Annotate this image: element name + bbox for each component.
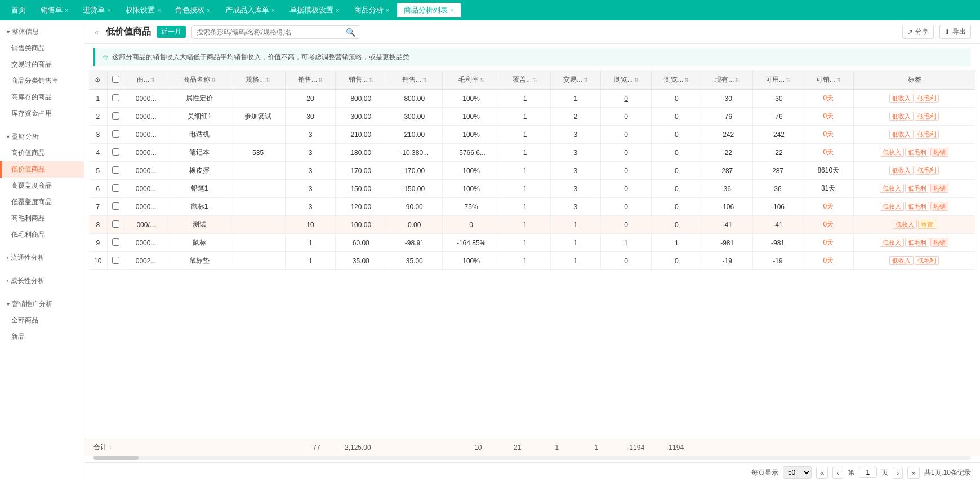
sidebar-item-low-value[interactable]: 低价值商品 bbox=[0, 161, 84, 178]
cell-browse1[interactable]: 0 bbox=[601, 144, 652, 162]
nav-close-template[interactable]: × bbox=[336, 7, 339, 14]
nav-close-purchase[interactable]: × bbox=[107, 7, 110, 14]
nav-item-roles[interactable]: 角色授权 × bbox=[168, 3, 217, 17]
cell-browse1[interactable]: 0 bbox=[601, 198, 652, 216]
search-icon[interactable]: 🔍 bbox=[346, 28, 355, 37]
row-checkbox[interactable] bbox=[112, 94, 119, 101]
cell-check[interactable] bbox=[107, 234, 124, 252]
nav-item-purchase[interactable]: 进货单 × bbox=[76, 3, 117, 17]
col-stock2[interactable]: 可用...⇅ bbox=[752, 70, 803, 90]
col-tags[interactable]: 标签 bbox=[854, 70, 975, 90]
sidebar-item-low-coverage[interactable]: 低覆盖度商品 bbox=[0, 194, 84, 210]
row-checkbox[interactable] bbox=[112, 184, 119, 192]
sidebar-item-traded[interactable]: 交易过的商品 bbox=[0, 56, 84, 73]
next-page-btn[interactable]: › bbox=[893, 467, 903, 479]
nav-item-sales[interactable]: 销售单 × bbox=[34, 3, 75, 17]
sidebar-item-sales-products[interactable]: 销售类商品 bbox=[0, 40, 84, 56]
col-no[interactable]: 商...⇅ bbox=[124, 70, 168, 90]
row-checkbox[interactable] bbox=[112, 220, 119, 228]
sidebar-item-all-products[interactable]: 全部商品 bbox=[0, 312, 84, 329]
export-button[interactable]: ⬇ 导出 bbox=[939, 25, 971, 39]
row-checkbox[interactable] bbox=[112, 166, 119, 174]
row-checkbox[interactable] bbox=[112, 130, 119, 138]
cell-browse1[interactable]: 0 bbox=[601, 126, 652, 144]
sidebar-item-low-margin[interactable]: 低毛利商品 bbox=[0, 227, 84, 243]
cell-check[interactable] bbox=[107, 126, 124, 144]
sidebar-group-flow[interactable]: ›流通性分析 bbox=[0, 250, 84, 266]
col-qty[interactable]: 销售...⇅ bbox=[285, 70, 336, 90]
sidebar-collapse-btn[interactable]: « bbox=[93, 26, 100, 38]
cell-check[interactable] bbox=[107, 144, 124, 162]
cell-browse1[interactable]: 0 bbox=[601, 180, 652, 198]
sidebar-item-high-margin[interactable]: 高毛利商品 bbox=[0, 210, 84, 227]
cell-check[interactable] bbox=[107, 198, 124, 216]
row-checkbox[interactable] bbox=[112, 112, 119, 120]
row-checkbox[interactable] bbox=[112, 202, 119, 210]
cell-check[interactable] bbox=[107, 180, 124, 198]
page-size-select[interactable]: 50 100 200 bbox=[783, 466, 812, 479]
cell-browse1[interactable]: 1 bbox=[601, 234, 652, 252]
row-checkbox[interactable] bbox=[112, 257, 119, 264]
sidebar-item-high-value[interactable]: 高价值商品 bbox=[0, 145, 84, 161]
nav-close-sales[interactable]: × bbox=[65, 7, 68, 14]
nav-item-template[interactable]: 单据模板设置 × bbox=[283, 3, 346, 17]
nav-close-permissions[interactable]: × bbox=[157, 7, 161, 14]
current-page-input[interactable] bbox=[859, 467, 877, 478]
nav-item-permissions[interactable]: 权限设置 × bbox=[119, 3, 167, 17]
cell-browse1[interactable]: 0 bbox=[601, 162, 652, 180]
last-page-btn[interactable]: » bbox=[907, 467, 919, 479]
cell-browse1[interactable]: 0 bbox=[601, 216, 652, 234]
search-input[interactable] bbox=[197, 28, 342, 36]
row-checkbox[interactable] bbox=[112, 148, 119, 156]
prev-page-btn[interactable]: ‹ bbox=[832, 467, 843, 479]
col-cover[interactable]: 覆盖...⇅ bbox=[500, 70, 550, 90]
sidebar-item-high-stock[interactable]: 高库存的商品 bbox=[0, 89, 84, 105]
col-sales1[interactable]: 销售...⇅ bbox=[336, 70, 386, 90]
cell-check[interactable] bbox=[107, 90, 124, 108]
sidebar-item-new-products[interactable]: 新品 bbox=[0, 329, 84, 345]
first-page-btn[interactable]: « bbox=[816, 467, 828, 479]
sidebar-group-marketing[interactable]: ▾营销推广分析 bbox=[0, 296, 84, 312]
horizontal-scrollbar[interactable] bbox=[93, 456, 971, 460]
nav-close-analysis[interactable]: × bbox=[386, 7, 389, 14]
table-container[interactable]: ⚙ 商...⇅ 商品名称⇅ 规格...⇅ 销售...⇅ 销售...⇅ 销售...… bbox=[84, 70, 980, 439]
col-days[interactable]: 可销...⇅ bbox=[803, 70, 854, 90]
col-browse2[interactable]: 浏览...⇅ bbox=[652, 70, 702, 90]
row-checkbox[interactable] bbox=[112, 238, 119, 246]
nav-close-roles[interactable]: × bbox=[207, 7, 210, 14]
nav-item-analysis[interactable]: 商品分析 × bbox=[348, 3, 396, 17]
sidebar-group-overall[interactable]: ▾整体信息 bbox=[0, 24, 84, 40]
cell-check[interactable] bbox=[107, 162, 124, 180]
col-browse1[interactable]: 浏览...⇅ bbox=[601, 70, 652, 90]
nav-item-analysis-list[interactable]: 商品分析列表 × bbox=[397, 3, 460, 17]
col-sales2[interactable]: 销售...⇅ bbox=[386, 70, 443, 90]
col-stock1[interactable]: 现有...⇅ bbox=[702, 70, 752, 90]
cell-spec bbox=[231, 198, 285, 216]
sidebar-group-finance[interactable]: ▾盈财分析 bbox=[0, 129, 84, 145]
cell-cover: 1 bbox=[500, 252, 550, 270]
cell-browse1[interactable]: 0 bbox=[601, 252, 652, 270]
col-trade[interactable]: 交易...⇅ bbox=[550, 70, 601, 90]
sidebar-item-high-coverage[interactable]: 高覆盖度商品 bbox=[0, 178, 84, 194]
nav-item-warehouse[interactable]: 产成品入库单 × bbox=[219, 3, 282, 17]
col-check[interactable] bbox=[107, 70, 124, 90]
time-tag-btn[interactable]: 近一月 bbox=[157, 26, 186, 38]
nav-close-warehouse[interactable]: × bbox=[271, 7, 275, 14]
sidebar-item-capital[interactable]: 库存资金占用 bbox=[0, 105, 84, 122]
col-spec[interactable]: 规格...⇅ bbox=[231, 70, 285, 90]
scroll-thumb[interactable] bbox=[93, 456, 139, 460]
share-button[interactable]: ↗ 分享 bbox=[902, 25, 934, 39]
nav-close-analysis-list[interactable]: × bbox=[450, 7, 453, 14]
cell-check[interactable] bbox=[107, 252, 124, 270]
col-name[interactable]: 商品名称⇅ bbox=[168, 70, 231, 90]
cell-browse1[interactable]: 0 bbox=[601, 90, 652, 108]
cell-browse1[interactable]: 0 bbox=[601, 108, 652, 126]
col-settings[interactable]: ⚙ bbox=[89, 70, 107, 90]
col-margin[interactable]: 毛利率⇅ bbox=[443, 70, 500, 90]
cell-check[interactable] bbox=[107, 108, 124, 126]
sidebar-item-category-rate[interactable]: 商品分类销售率 bbox=[0, 73, 84, 89]
cell-check[interactable] bbox=[107, 216, 124, 234]
sidebar-group-growth[interactable]: ›成长性分析 bbox=[0, 273, 84, 289]
select-all-checkbox[interactable] bbox=[112, 76, 119, 83]
nav-item-home[interactable]: 首页 bbox=[5, 3, 33, 17]
